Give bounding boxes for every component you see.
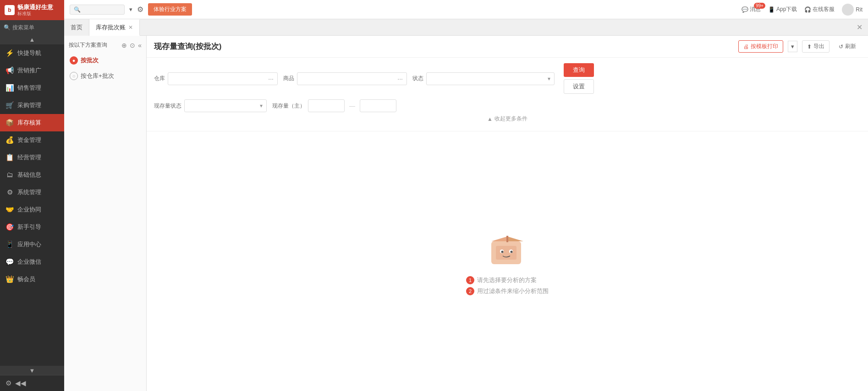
add-scheme-icon[interactable]: ⊕ [121,42,127,49]
topbar-search-box[interactable]: 🔍 [70,5,125,15]
inventory-status-select[interactable]: ▾ [184,99,267,112]
svg-marker-1 [491,237,506,241]
left-panel: 按以下方案查询 ⊕ ⊙ « ● 按批次 ○ 按仓库+批次 [64,36,147,391]
tab-close-icon[interactable]: ✕ [128,24,133,31]
tab-home-label: 首页 [71,23,82,32]
trial-btn[interactable]: 体验行业方案 [148,3,192,16]
status-dropdown-icon[interactable]: ▾ [548,76,550,82]
tabbar: 首页 库存批次账 ✕ ✕ [64,19,868,36]
msg-icon: 💬 [742,6,748,13]
product-dots[interactable]: ··· [397,75,403,82]
right-panel: 现存量查询(按批次) 🖨 按模板打印 ▾ ⬆ 导出 ↺ 刷新 [147,36,868,391]
sidebar-item-label: 快捷导航 [17,49,41,57]
sidebar-scroll-down[interactable]: ▼ [0,366,64,375]
sidebar-item-marketing[interactable]: 📢 营销推广 [0,62,64,79]
topbar-msg[interactable]: 💬 消息 99+ [742,5,761,13]
empty-state: 1 请先选择要分析的方案 2 用过滤条件来缩小分析范围 [147,131,868,391]
warehouse-label: 仓库 [154,75,165,82]
tab-panel-close-icon[interactable]: ✕ [851,23,868,32]
topbar-app-download[interactable]: 📱 App下载 [768,5,797,13]
topbar-user[interactable]: Rit [842,4,863,16]
sales-icon: 📊 [5,84,14,92]
status-filter-field: 状态 ▾ [412,72,555,85]
empty-illustration [484,228,530,269]
tip1-num: 1 [466,276,474,284]
inventory-icon: 📦 [5,119,14,127]
tab-batch[interactable]: 库存批次账 ✕ [89,19,140,36]
topbar: 🔍 ▾ ⚙ 体验行业方案 💬 消息 99+ 📱 App下载 🎧 在线客服 Rit [64,0,868,19]
status-input[interactable]: ▾ [426,72,555,85]
app-edition: 标准版 [17,11,53,16]
status-label: 状态 [412,75,423,82]
collapse-more-btn[interactable]: ▲ 收起更多条件 [154,112,861,125]
user-name-label: Rit [856,6,863,13]
empty-icon-wrap [484,228,530,269]
enterprise-icon: 🤝 [5,206,14,214]
quantity-min-input[interactable] [308,99,345,112]
empty-tip-2: 2 用过滤条件来缩小分析范围 [466,287,549,295]
sidebar-item-basic[interactable]: 🗂 基础信息 [0,166,64,184]
topbar-online-service[interactable]: 🎧 在线客服 [804,5,835,13]
warehouse-dots[interactable]: ··· [268,75,274,82]
warehouse-input[interactable]: ··· [168,72,278,85]
empty-tip-1: 1 请先选择要分析的方案 [466,276,549,284]
scheme-settings-icon[interactable]: ⊙ [130,42,135,49]
svg-rect-3 [506,236,508,242]
sidebar-item-inventory[interactable]: 📦 库存核算 [0,114,64,131]
headset-icon: 🎧 [804,6,811,13]
sidebar-item-finance[interactable]: 💰 资金管理 [0,131,64,149]
sidebar-header: b 畅康通好生意 标准版 [0,0,64,20]
sidebar-item-quick-nav[interactable]: ⚡ 快捷导航 [0,44,64,62]
app-center-icon: 📱 [5,240,14,249]
topbar-right: 💬 消息 99+ 📱 App下载 🎧 在线客服 Rit [742,4,863,16]
product-input[interactable]: ··· [297,72,407,85]
filter-action-buttons: 查询 设置 [564,63,594,94]
svg-point-7 [501,250,504,253]
collapse-panel-icon[interactable]: « [138,42,142,49]
page-title-bar: 现存量查询(按批次) 🖨 按模板打印 ▾ ⬆ 导出 ↺ 刷新 [147,36,868,58]
sidebar-item-operations[interactable]: 📋 经营管理 [0,149,64,166]
filter-row-1: 仓库 ··· 商品 ··· [154,63,861,94]
quantity-separator: — [349,103,355,109]
sidebar-item-app-center[interactable]: 📱 应用中心 [0,236,64,253]
sidebar-scroll-up[interactable]: ▲ [0,35,64,44]
export-btn[interactable]: ⬆ 导出 [802,40,830,53]
sidebar-item-sales[interactable]: 📊 销售管理 [0,79,64,97]
finance-icon: 💰 [5,136,14,144]
refresh-btn[interactable]: ↺ 刷新 [834,41,861,52]
refresh-btn-label: 刷新 [845,43,856,50]
print-btn[interactable]: 🖨 按模板打印 [738,40,783,53]
sidebar-item-newbie[interactable]: 🎯 新手引导 [0,218,64,236]
purchase-icon: 🛒 [5,101,14,109]
topbar-dropdown-arrow[interactable]: ▾ [129,6,132,13]
warehouse-filter-field: 仓库 ··· [154,72,278,85]
page-title: 现存量查询(按批次) [154,41,221,52]
sidebar-item-enterprise[interactable]: 🤝 企业协同 [0,201,64,218]
print-dropdown-icon[interactable]: ▾ [788,41,797,52]
left-panel-item-warehouse-batch[interactable]: ○ 按仓库+批次 [64,68,146,84]
inventory-status-arrow[interactable]: ▾ [260,103,263,109]
quantity-max-input[interactable] [360,99,396,112]
collapse-sidebar-icon[interactable]: ◀◀ [15,379,26,387]
member-icon: 👑 [5,275,14,283]
settings-button[interactable]: 设置 [564,79,594,94]
export-btn-label: 导出 [813,43,824,50]
settings-footer-icon[interactable]: ⚙ [5,379,11,387]
sidebar-search[interactable]: 🔍 搜索菜单 [0,20,64,35]
sidebar-item-purchase[interactable]: 🛒 采购管理 [0,97,64,114]
filter-row-2: 现存量状态 ▾ 现存量（主） — [154,99,861,112]
search-menu-label: 搜索菜单 [12,24,34,32]
sidebar-item-member[interactable]: 👑 畅会员 [0,271,64,288]
topbar-search-icon: 🔍 [74,6,81,13]
topbar-gear-icon[interactable]: ⚙ [137,5,143,14]
tab-home[interactable]: 首页 [64,19,89,36]
filter-area: 仓库 ··· 商品 ··· [147,58,868,131]
collapse-icon: ▲ [487,116,493,122]
sidebar-item-system[interactable]: ⚙ 系统管理 [0,184,64,201]
left-panel-header-icons: ⊕ ⊙ « [121,42,142,49]
query-button[interactable]: 查询 [564,63,594,77]
marketing-icon: 📢 [5,66,14,75]
sidebar-item-wechat[interactable]: 💬 企业微信 [0,253,64,271]
left-panel-item-batch[interactable]: ● 按批次 [64,53,146,68]
sidebar: b 畅康通好生意 标准版 🔍 搜索菜单 ▲ ⚡ 快捷导航 📢 营销推广 📊 销售… [0,0,64,391]
